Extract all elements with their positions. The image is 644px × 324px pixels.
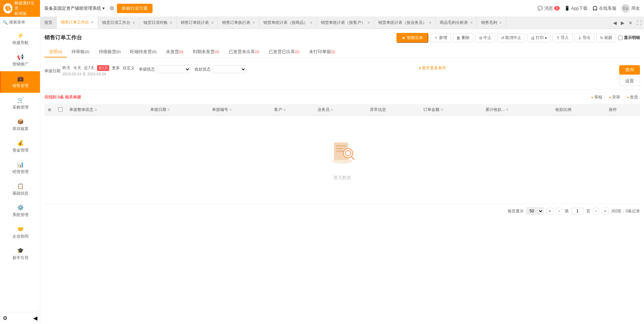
app-download-btn[interactable]: 📱 App下载 (564, 5, 588, 11)
tab-close-cash-reconcile[interactable]: ✕ (170, 21, 172, 25)
tab-prev-btn[interactable]: ◀ (612, 19, 618, 26)
refresh-btn[interactable]: ↻ 刷新 (596, 33, 616, 42)
add-btn[interactable]: ＋ 新增 (430, 33, 451, 42)
user-menu[interactable]: Ea 用友 (621, 4, 640, 13)
tab-close-sales-stats[interactable]: ✕ (211, 21, 214, 25)
sidebar-search[interactable]: 🔍 搜索菜单 (0, 17, 40, 28)
audit-btn[interactable]: ● 审核 (589, 93, 604, 102)
message-btn[interactable]: 💬 消息 6 (538, 5, 560, 11)
subtab-unprinted[interactable]: 未打印单据(0) (304, 47, 340, 57)
subtab-unsent[interactable]: 未发货(0) (161, 47, 188, 57)
date-option-更多[interactable]: 更多 (112, 65, 120, 71)
print-btn[interactable]: 🖨 打印 ▾ (527, 33, 551, 42)
sidebar-item-marketing[interactable]: 📢营销推广 (0, 50, 40, 71)
set-btn[interactable]: 设置 (619, 76, 640, 86)
dispatch-btn[interactable]: ● 发货 (625, 93, 640, 102)
next-page-btn[interactable]: › (593, 208, 599, 214)
industry-btn[interactable]: 体验行业方案 (117, 4, 153, 13)
tab-sales-summary-product[interactable]: 销货单统计表（按商品）✕ (259, 17, 317, 29)
tab-label-sales-summary-customer: 销货单统计表（按客户） (321, 20, 365, 26)
sidebar-item-basic[interactable]: 📋基础信息 (0, 179, 40, 200)
last-page-btn[interactable]: » (602, 208, 609, 214)
online-service-btn[interactable]: 🎧 在线客服 (592, 5, 616, 11)
prev-page-btn[interactable]: ‹ (556, 208, 562, 214)
tab-home[interactable]: 首页 (40, 17, 57, 29)
tab-close-all-btn[interactable]: ✕ (627, 19, 634, 26)
per-page-select[interactable]: 102050100 (526, 207, 544, 215)
nav-label-collab: 企业协同 (12, 234, 29, 239)
collected-sort[interactable]: 累计收款... ⇅ (485, 107, 549, 113)
tab-fullscreen-btn[interactable]: ⛶ (635, 19, 643, 26)
sidebar-item-purchase[interactable]: 🛒采购管理 (0, 93, 40, 114)
delete-btn[interactable]: 🗑 删除 (453, 33, 473, 42)
select-all-checkbox[interactable] (58, 107, 62, 112)
date-option-今天[interactable]: 今天 (73, 65, 81, 71)
export-btn[interactable]: ⇓ 导出 (574, 33, 594, 42)
star-icon: ★ (402, 36, 405, 40)
subtab-wangpu-pending[interactable]: 旺铺待发货(0) (125, 47, 161, 57)
tab-sales-workbench[interactable]: 销售订单工作台✕ (57, 17, 98, 29)
config-icon[interactable]: ⚙ (48, 108, 51, 112)
number-sort[interactable]: 单据编号 ⇅ (212, 107, 267, 113)
customer-sort[interactable]: 客户 ⇅ (274, 107, 311, 113)
status-select[interactable] (157, 65, 190, 73)
status-sort[interactable]: 单据整体状态 ⇅ (69, 107, 143, 113)
sidebar-item-operation[interactable]: 📊经营管理 (0, 157, 40, 179)
sidebar-item-shortcut[interactable]: ⚡快捷导航 (0, 28, 40, 50)
subtab-sent-no-out[interactable]: 已发货未出库(0) (224, 47, 264, 57)
subtab-pending-check[interactable]: 待拣验货(0) (94, 47, 125, 57)
settings-gear-icon[interactable]: ⚙ (110, 5, 114, 11)
date-option-自定义[interactable]: 自定义 (123, 65, 135, 71)
system-title-dropdown[interactable]: 装备及固定资产辅助管理系统 ▾ (44, 5, 105, 11)
tab-sales-exec[interactable]: 销售订单执行表✕ (218, 17, 259, 29)
tab-cash-daily[interactable]: 钱货日清工作台✕ (98, 17, 139, 29)
tab-close-cash-daily[interactable]: ✕ (132, 21, 135, 25)
cancel-suspend-btn[interactable]: ↺ 取消中止 (497, 33, 525, 42)
tab-close-sales-exec[interactable]: ✕ (252, 21, 255, 25)
tab-close-sales-summary-staff[interactable]: ✕ (429, 21, 431, 25)
tab-sales-stats[interactable]: 销售订单统计表✕ (177, 17, 218, 29)
smart-btn[interactable]: ★ 智能生单 (396, 33, 428, 43)
tab-close-sales-summary-product[interactable]: ✕ (310, 21, 312, 25)
tab-close-sales-profit[interactable]: ✕ (499, 21, 502, 25)
date-option-昨天[interactable]: 昨天 (62, 65, 71, 71)
date-sort[interactable]: 单据日期 ⇅ (150, 107, 206, 113)
staff-sort[interactable]: 业务员 ⇅ (317, 107, 363, 113)
tab-sales-summary-customer[interactable]: 销货单统计表（按客户）✕ (317, 17, 374, 29)
amount-sort[interactable]: 订单金额 ⇅ (423, 107, 479, 113)
sidebar-item-finance[interactable]: 💰资金管理 (0, 136, 40, 157)
cancel-audit-btn[interactable]: ● 弃审 (607, 93, 622, 102)
collapse-icon[interactable]: ◀ (33, 315, 37, 321)
nav-icon-guide: 🎓 (17, 247, 24, 254)
sidebar-item-guide[interactable]: 🎓新手引导 (0, 243, 40, 265)
import-btn[interactable]: ⇑ 导入 (553, 33, 572, 42)
payment-select[interactable] (213, 65, 246, 73)
date-option-近1月[interactable]: 近1月 (97, 65, 109, 71)
tab-close-sales-summary-customer[interactable]: ✕ (367, 21, 370, 25)
query-btn[interactable]: 查询 (619, 65, 640, 75)
tab-next-btn[interactable]: ▶ (619, 19, 626, 26)
sidebar-item-collab[interactable]: 🤝企业协同 (0, 222, 40, 243)
sidebar-item-system[interactable]: ⚙️系统管理 (0, 200, 40, 222)
suspend-btn[interactable]: ⊘ 中止 (475, 33, 495, 42)
subtab-all[interactable]: 全部(0) (44, 47, 67, 57)
show-detail-checkbox[interactable] (618, 36, 622, 40)
show-detail-checkbox-label[interactable]: 显示明细 (618, 35, 640, 41)
subtab-expired-unsent[interactable]: 到期未发货(0) (188, 47, 224, 57)
sidebar-item-sales[interactable]: 💼销售管理 (0, 71, 40, 93)
expand-filter-btn[interactable]: ▾ 展开更多条件 (419, 65, 446, 71)
subtab-pending[interactable]: 待审核(0) (67, 47, 94, 57)
tab-sales-profit[interactable]: 销售毛利✕ (477, 17, 506, 29)
tab-close-sales-workbench[interactable]: ✕ (91, 21, 94, 24)
date-option-近7天[interactable]: 近7天 (84, 65, 94, 71)
tab-sales-summary-staff[interactable]: 销货单统计表（按业务员）✕ (374, 17, 436, 29)
tab-close-product-margin[interactable]: ✕ (470, 21, 473, 25)
sidebar-item-inventory[interactable]: 📦库存核算 (0, 114, 40, 136)
tab-cash-reconcile[interactable]: 钱货日清对账✕ (139, 17, 177, 29)
page-input[interactable] (571, 208, 584, 214)
tab-product-margin[interactable]: 商品毛利分析表✕ (436, 17, 477, 29)
subtab-sent-out[interactable]: 已发货已出库(0) (264, 47, 304, 57)
settings-icon[interactable]: ⚙ (3, 315, 7, 321)
nav-label-inventory: 库存核算 (12, 126, 29, 132)
first-page-btn[interactable]: « (546, 208, 553, 214)
